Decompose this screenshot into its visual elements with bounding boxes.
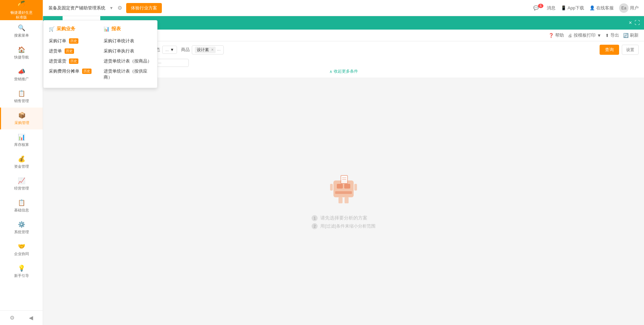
print-label: 按模板打印: [574, 32, 596, 38]
refresh-action[interactable]: 🔄 刷新: [623, 32, 639, 38]
sidebar-item-finance-label: 资金管理: [14, 164, 29, 169]
refresh-label: 刷新: [630, 32, 639, 38]
operations-icon: 📈: [18, 177, 25, 185]
sidebar-collapse-btn[interactable]: ◀: [29, 315, 33, 321]
dropdown-item-order-stats[interactable]: 采购订单统计表: [104, 36, 152, 46]
empty-hint1: 请先选择要分析的方案: [320, 215, 367, 221]
reports-icon: 📊: [104, 26, 109, 32]
refresh-icon: 🔄: [623, 33, 629, 38]
sidebar-item-newbie-label: 新手引导: [14, 273, 29, 278]
sidebar-item-purchase[interactable]: 📦 采购管理: [0, 108, 43, 129]
dropdown-item-purchase-expense-label: 采购费用分摊单: [49, 68, 79, 74]
tab-resize-icon[interactable]: ⛶: [635, 20, 640, 26]
dropdown-col1-title: 🛒 采购业务: [49, 26, 97, 32]
dropdown-item-stock-stats-supplier[interactable]: 进货单统计表（按供应商）: [104, 66, 152, 82]
svg-rect-6: [338, 197, 343, 203]
user-action[interactable]: Ea 用户: [619, 3, 639, 13]
sidebar-item-finance[interactable]: 💰 资金管理: [0, 151, 43, 173]
print-action[interactable]: 🖨 按模板打印 ▼: [568, 32, 601, 38]
history-badge-3: 历史: [69, 58, 78, 64]
settings-button[interactable]: 设置: [622, 45, 639, 55]
header-right: 💬 6 消息 📱 App下载 👤 在线客服 Ea 用户: [533, 3, 639, 13]
phone-icon: 📱: [561, 5, 566, 10]
sidebar-item-quick-nav-label: 快捷导航: [14, 55, 29, 60]
app-download-action[interactable]: 📱 App下载: [561, 5, 584, 11]
dropdown-item-order-stats-label: 采购订单统计表: [104, 38, 134, 44]
sidebar-item-base-info[interactable]: 📋 基础信息: [0, 195, 43, 217]
svg-rect-1: [337, 184, 343, 189]
collapse-label: 收起更多条件: [334, 69, 358, 74]
sidebar-logo: 🍊 畅捷通好生意 标准版: [0, 0, 43, 20]
customer-select[interactable]: ···: [155, 59, 189, 67]
purchase-business-icon: 🛒: [49, 26, 55, 32]
customer-value: ···: [158, 60, 162, 65]
sidebar-item-operations[interactable]: 📈 经营管理: [0, 173, 43, 195]
sidebar-item-sales-label: 销售管理: [14, 98, 29, 104]
goods-tag-close-icon[interactable]: ×: [211, 47, 214, 52]
purchase-dropdown-menu: 🛒 采购业务 采购订单 历史 进货单 历史 进货退货 历史 采购费用分摊单 历史…: [43, 20, 157, 88]
document-status-select[interactable]: ... ▼: [162, 46, 177, 54]
sales-icon: 📋: [18, 90, 25, 97]
header-gear-icon[interactable]: ⚙: [117, 5, 122, 11]
goods-filter-container: 设计素 × ···: [192, 45, 223, 54]
dropdown-item-stock-stats-goods-label: 进货单统计表（按商品）: [104, 58, 152, 64]
inventory-icon: 📊: [18, 133, 25, 141]
message-label: 消息: [547, 5, 556, 11]
print-icon: 🖨: [568, 33, 572, 38]
help-action[interactable]: ❓ 帮助: [548, 32, 564, 38]
dropdown-col2-title: 📊 报表: [104, 26, 152, 32]
dropdown-item-stock-return[interactable]: 进货退货 历史: [49, 56, 97, 66]
purchase-icon: 📦: [18, 112, 26, 119]
online-service-action[interactable]: 👤 在线客服: [589, 5, 614, 11]
history-badge-1: 历史: [69, 38, 78, 44]
sidebar-item-system[interactable]: ⚙️ 系统管理: [0, 217, 43, 239]
message-action[interactable]: 💬 6 消息: [533, 5, 556, 11]
search-icon: 🔍: [18, 24, 25, 32]
dropdown-col-reports: 📊 报表 采购订单统计表 采购订单执行表 进货单统计表（按商品） 进货单统计表（…: [104, 26, 152, 82]
sidebar-settings-btn[interactable]: ⚙: [10, 315, 14, 321]
sidebar-item-purchase-label: 采购管理: [14, 120, 29, 125]
sidebar-item-sales[interactable]: 📋 销售管理: [0, 86, 43, 108]
base-info-icon: 📋: [18, 199, 25, 206]
sidebar-item-operations-label: 经营管理: [14, 186, 29, 191]
goods-more-dots[interactable]: ···: [217, 47, 221, 52]
goods-label: 商品: [181, 47, 190, 53]
service-icon: 👤: [589, 5, 595, 10]
tab-close-all-icon[interactable]: ×: [629, 20, 632, 26]
finance-icon: 💰: [18, 155, 25, 163]
dropdown-item-order-exec[interactable]: 采购订单执行表: [104, 46, 152, 56]
svg-rect-4: [330, 184, 333, 191]
header-dropdown-icon[interactable]: ▼: [109, 6, 113, 10]
system-title: 装备及固定资产辅助管理系统: [48, 5, 105, 11]
dropdown-item-stock-in[interactable]: 进货单 历史: [49, 46, 97, 56]
logo-line1: 畅捷通好生意: [10, 10, 33, 15]
sidebar-item-system-label: 系统管理: [14, 230, 29, 235]
dropdown-item-order-exec-label: 采购订单执行表: [104, 48, 134, 54]
home-icon: 🏠: [18, 46, 25, 53]
empty-state: 1 请先选择要分析的方案 2 用[过滤]条件来缩小分析范围: [43, 78, 644, 325]
dropdown-item-purchase-order[interactable]: 采购订单 历史: [49, 36, 97, 46]
collapse-icon: ∧: [329, 69, 332, 74]
svg-rect-3: [335, 191, 352, 194]
export-action[interactable]: ⬆ 导出: [605, 32, 619, 38]
search-button[interactable]: 查询: [600, 45, 619, 55]
dropdown-item-purchase-expense[interactable]: 采购费用分摊单 历史: [49, 66, 97, 76]
logo-icon: 🍊: [17, 1, 26, 9]
export-icon: ⬆: [605, 33, 609, 38]
sidebar-item-enterprise[interactable]: 🤝 企业协同: [0, 239, 43, 260]
svg-rect-2: [344, 184, 350, 189]
sidebar-item-inventory[interactable]: 📊 库存核算: [0, 129, 43, 151]
dropdown-item-stock-stats-goods[interactable]: 进货单统计表（按商品）: [104, 56, 152, 66]
sidebar-item-search[interactable]: 🔍 搜索菜单: [0, 20, 43, 42]
sidebar-item-quick-nav[interactable]: 🏠 快捷导航: [0, 42, 43, 64]
sidebar-item-enterprise-label: 企业协同: [14, 251, 29, 256]
industry-btn[interactable]: 体验行业方案: [126, 3, 162, 13]
sidebar-item-marketing[interactable]: 📣 营销推广: [0, 64, 43, 86]
header-left: 装备及固定资产辅助管理系统 ▼ ⚙ 体验行业方案: [48, 3, 162, 13]
goods-tag: 设计素 ×: [195, 47, 215, 53]
empty-illustration: [323, 174, 364, 207]
print-dropdown-icon[interactable]: ▼: [597, 33, 601, 38]
sidebar-item-newbie[interactable]: 💡 新手引导: [0, 260, 43, 282]
dropdown-col-business: 🛒 采购业务 采购订单 历史 进货单 历史 进货退货 历史 采购费用分摊单 历史: [49, 26, 97, 82]
sidebar-nav: 🔍 搜索菜单 🏠 快捷导航 📣 营销推广 📋 销售管理 📦 采购管理 📊: [0, 20, 43, 310]
